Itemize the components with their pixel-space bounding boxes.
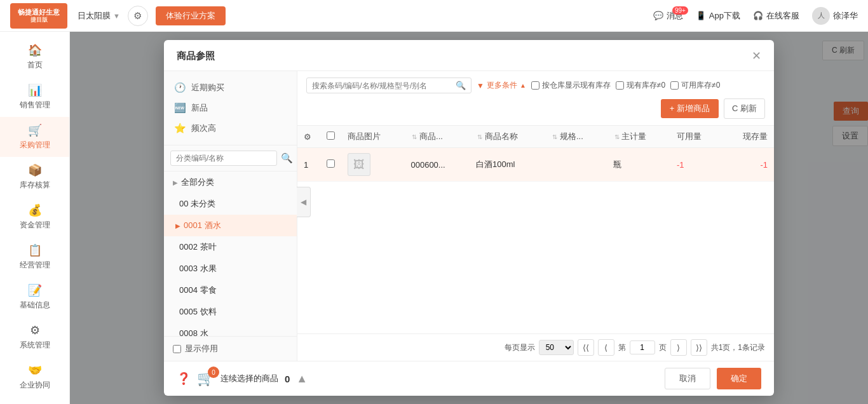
row-checkbox[interactable] (327, 159, 335, 168)
cart-count-badge: 0 (208, 367, 219, 378)
quick-filter-recent[interactable]: 🕐 近期购买 (164, 77, 297, 98)
user-profile-nav-item[interactable]: 人 徐泽华 (812, 7, 858, 25)
stock-by-warehouse-label[interactable]: 按仓库显示现有库存 (531, 80, 611, 91)
product-search-icon[interactable]: 🔍 (456, 81, 466, 90)
messages-nav-item[interactable]: 💬 消息 99+ (653, 10, 683, 22)
quick-filter-new[interactable]: 🆕 新品 (164, 98, 297, 118)
category-item-all[interactable]: ▶ 全部分类 (164, 172, 297, 193)
row-index-cell: 1 (297, 148, 320, 182)
filter-icon: ▼ (477, 81, 484, 90)
footer-collapse-icon[interactable]: ▲ (296, 372, 308, 386)
sidebar-item-purchase[interactable]: 🛒 采购管理 (0, 117, 69, 157)
category-search-icon[interactable]: 🔍 (281, 152, 293, 164)
store-selector[interactable]: 日太阳膜 ▼ (78, 10, 120, 22)
chevron-left-icon: ◀ (301, 198, 306, 206)
page-input[interactable] (630, 340, 655, 354)
available-nonzero-checkbox[interactable] (670, 81, 679, 90)
col-settings[interactable]: ⚙ (297, 126, 320, 148)
next-page-button[interactable]: ⟩ (670, 339, 687, 356)
sidebar-item-system[interactable]: ⚙ 系统管理 (0, 317, 69, 357)
product-search-wrap: 🔍 (306, 77, 471, 93)
home-icon: 🏠 (28, 43, 42, 57)
product-search-input[interactable] (312, 81, 453, 90)
category-item-snack[interactable]: 0004 零食 (164, 279, 297, 301)
confirm-button[interactable]: 确定 (717, 368, 761, 389)
product-reference-modal: 商品参照 ✕ 🕐 近期购买 🆕 (164, 40, 774, 396)
sidebar-item-inventory[interactable]: 📦 库存核算 (0, 157, 69, 197)
row-stock-cell: -1 (722, 148, 774, 182)
footer-left: ❓ 🛒 0 连续选择的商品 0 ▲ (177, 370, 656, 387)
continuous-select-label: 连续选择的商品 (220, 373, 278, 384)
more-filters-button[interactable]: ▼ 更多条件 ▲ (477, 80, 526, 91)
cancel-button[interactable]: 取消 (665, 368, 710, 389)
last-page-button[interactable]: ⟩⟩ (691, 339, 707, 356)
col-code[interactable]: ⇅ 商品... (404, 126, 470, 148)
select-all-checkbox[interactable] (327, 131, 335, 140)
message-icon: 💬 (653, 11, 663, 20)
col-spec[interactable]: ⇅ 规格... (545, 126, 606, 148)
sidebar-item-basic-info[interactable]: 📝 基础信息 (0, 277, 69, 317)
col-unit[interactable]: ⇅ 主计量 (607, 126, 670, 148)
sidebar-item-guide[interactable]: 🎓 新手引导 (0, 397, 69, 404)
category-list: ▶ 全部分类 00 未分类 ▶ 0001 酒水 0002 茶 (164, 172, 297, 336)
modal-toolbar: 🔍 ▼ 更多条件 ▲ 按仓库显示现有库存 (297, 71, 774, 126)
page-label: 第 (618, 342, 626, 353)
trial-button[interactable]: 体验行业方案 (156, 6, 226, 25)
col-name[interactable]: ⇅ 商品名称 (470, 126, 545, 148)
new-icon: 🆕 (174, 102, 186, 114)
product-table-wrap: ⚙ 商品图片 (297, 126, 774, 333)
sidebar: 🏠 首页 📊 销售管理 🛒 采购管理 📦 库存核算 💰 资金管理 📋 经营管理 … (0, 32, 70, 404)
show-disabled-checkbox[interactable] (173, 345, 181, 353)
first-page-button[interactable]: ⟨⟨ (578, 339, 594, 356)
quick-filter-frequent[interactable]: ⭐ 频次高 (164, 118, 297, 138)
sidebar-item-sales[interactable]: 📊 销售管理 (0, 77, 69, 117)
table-row[interactable]: 1 🖼 000600... 白酒100ml (297, 148, 774, 182)
category-item-water[interactable]: 0008 水 (164, 323, 297, 336)
sort-arrow-icon: ⇅ (412, 133, 417, 140)
refresh-button[interactable]: C 刷新 (724, 98, 765, 119)
category-item-beverage[interactable]: 0005 饮料 (164, 301, 297, 323)
row-available-cell: -1 (670, 148, 722, 182)
prev-page-button[interactable]: ⟨ (598, 339, 614, 356)
info-icon: 📝 (28, 283, 42, 297)
sort-arrow-icon-name: ⇅ (477, 133, 482, 140)
toolbar-actions: + 新增商品 C 刷新 (661, 98, 765, 119)
cart-badge-wrap[interactable]: 🛒 0 (197, 370, 214, 387)
col-checkbox[interactable] (320, 126, 341, 148)
category-item-liquor[interactable]: ▶ 0001 酒水 (164, 215, 297, 236)
sidebar-item-operations[interactable]: 📋 经营管理 (0, 237, 69, 277)
row-checkbox-cell[interactable] (320, 148, 341, 182)
sales-icon: 📊 (28, 83, 42, 97)
category-search-input[interactable] (170, 151, 277, 166)
nonzero-stock-checkbox[interactable] (616, 81, 624, 90)
stock-by-warehouse-checkbox[interactable] (531, 81, 539, 90)
main-layout: 🏠 首页 📊 销售管理 🛒 采购管理 📦 库存核算 💰 资金管理 📋 经营管理 … (0, 32, 868, 404)
category-item-fruit[interactable]: 0003 水果 (164, 258, 297, 279)
add-product-button[interactable]: + 新增商品 (661, 99, 719, 118)
settings-icon[interactable]: ⚙ (128, 6, 148, 26)
sidebar-item-finance[interactable]: 💰 资金管理 (0, 197, 69, 237)
customer-service-nav-item[interactable]: 🎧 在线客服 (753, 10, 799, 22)
modal-footer: ❓ 🛒 0 连续选择的商品 0 ▲ 取消 确定 (164, 361, 774, 396)
logo[interactable]: 畅捷通好生意 捷目版 (10, 3, 67, 29)
show-disabled-label[interactable]: 显示停用 (185, 343, 218, 354)
app-download-nav-item[interactable]: 📱 App下载 (696, 10, 740, 22)
sidebar-item-home[interactable]: 🏠 首页 (0, 37, 69, 77)
modal-close-button[interactable]: ✕ (752, 49, 761, 63)
system-icon: ⚙ (30, 323, 40, 337)
help-icon[interactable]: ❓ (177, 372, 191, 386)
modal-body: 🕐 近期购买 🆕 新品 ⭐ 频次高 (164, 71, 774, 361)
nonzero-stock-label[interactable]: 现有库存≠0 (616, 80, 665, 91)
per-page-select[interactable]: 50 100 200 (539, 340, 574, 355)
selected-count-badge: 0 (285, 374, 290, 384)
available-nonzero-label[interactable]: 可用库存≠0 (670, 80, 720, 91)
category-item-uncategorized[interactable]: 00 未分类 (164, 193, 297, 215)
panel-collapse-button[interactable]: ◀ (297, 187, 311, 217)
row-spec-cell (545, 148, 606, 182)
total-records-label: 共1页，1条记录 (711, 342, 765, 353)
row-img-cell: 🖼 (341, 148, 404, 182)
avatar: 人 (812, 7, 830, 25)
row-code-cell: 000600... (404, 148, 470, 182)
sidebar-item-enterprise[interactable]: 🤝 企业协同 (0, 357, 69, 397)
category-item-tea[interactable]: 0002 茶叶 (164, 236, 297, 258)
